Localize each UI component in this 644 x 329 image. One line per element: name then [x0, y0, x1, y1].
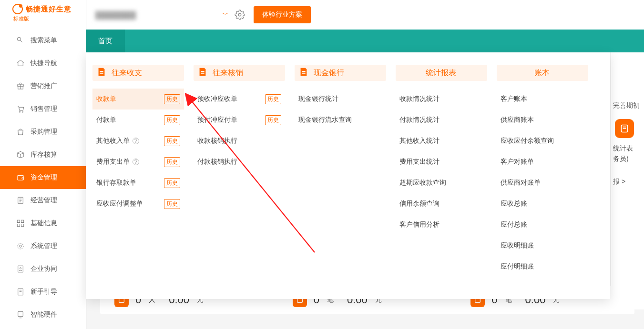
mega-menu-item[interactable]: 预付冲应付单历史 [194, 110, 285, 130]
sidebar-item-gear[interactable]: 系统管理 [0, 235, 86, 258]
sidebar-item-label: 智能硬件 [31, 310, 57, 319]
svg-rect-16 [18, 311, 23, 317]
mega-menu-item[interactable]: 客户对账单 [497, 151, 588, 172]
right-edge-fragment: 完善期初 统计表 务员) 报 > [611, 52, 644, 309]
sidebar-item-gift[interactable]: 营销推广 [0, 75, 86, 98]
history-badge[interactable]: 历史 [164, 199, 180, 209]
history-badge[interactable]: 历史 [164, 178, 180, 188]
svg-rect-9 [17, 224, 20, 227]
svg-point-11 [18, 243, 23, 249]
search-icon [16, 36, 25, 45]
funds-mega-menu: 往来收支收款单历史付款单历史其他收入单?历史费用支出单?历史银行存取款单历史应收… [86, 52, 610, 299]
mega-menu-item[interactable]: 应收应付调整单历史 [92, 193, 184, 214]
sidebar-item-grid[interactable]: 基础信息 [0, 212, 86, 235]
mega-menu-item[interactable]: 银行存取款单历史 [92, 172, 184, 193]
mega-column-header: 往来核销 [194, 65, 285, 81]
doc-icon [96, 67, 107, 79]
sidebar-item-wallet[interactable]: 资金管理 [0, 166, 86, 189]
sidebar-nav: 搜索菜单快捷导航营销推广销售管理采购管理库存核算资金管理经营管理基础信息系统管理… [0, 24, 86, 326]
sidebar-item-label: 销售管理 [31, 105, 57, 113]
doc-icon [197, 67, 208, 79]
svg-point-12 [20, 245, 22, 248]
menu-item-label: 银行存取款单 [96, 179, 136, 187]
sidebar-item-label: 采购管理 [31, 128, 57, 136]
company-selector-masked[interactable]: ████████ [95, 11, 219, 19]
history-badge[interactable]: 历史 [164, 115, 180, 125]
history-badge[interactable]: 历史 [164, 157, 180, 167]
sidebar-item-search[interactable]: 搜索菜单 [0, 29, 86, 52]
menu-item-label: 信用余额查询 [399, 199, 440, 208]
edge-report-icon[interactable] [615, 119, 634, 138]
brand-edition: 标准版 [13, 15, 86, 22]
sidebar-item-label: 库存核算 [31, 150, 57, 159]
brand-logo-icon [12, 4, 23, 14]
mega-menu-item[interactable]: 客户信用分析 [396, 214, 487, 235]
mega-menu-item[interactable]: 信用余额查询 [396, 193, 487, 214]
mega-column-title: 统计报表 [426, 68, 456, 78]
sidebar-item-guide[interactable]: 新手引导 [0, 280, 86, 303]
tab-home[interactable]: 首页 [86, 30, 125, 52]
help-icon[interactable]: ? [133, 159, 139, 165]
sidebar-item-label: 资金管理 [31, 173, 57, 182]
mega-menu-item[interactable]: 付款核销执行 [194, 151, 285, 172]
mega-menu-item[interactable]: 收款单历史 [92, 89, 184, 110]
mega-menu-item[interactable]: 现金银行统计 [295, 89, 386, 110]
mega-menu-item[interactable]: 现金银行流水查询 [295, 110, 386, 130]
mega-column-header: 现金银行 [295, 65, 386, 81]
svg-point-4 [22, 111, 23, 112]
menu-item-label: 付款核销执行 [197, 158, 237, 166]
mega-menu-item[interactable]: 付款单历史 [92, 110, 184, 130]
sidebar-item-home[interactable]: 快捷导航 [0, 52, 86, 75]
brand-block: 畅捷通好生意 标准版 [0, 0, 86, 24]
edge-text: 务员) [613, 153, 644, 164]
history-badge[interactable]: 历史 [164, 136, 180, 146]
history-badge[interactable]: 历史 [265, 115, 281, 125]
svg-point-17 [238, 13, 241, 16]
doc-icon [298, 67, 309, 79]
mega-menu-item[interactable]: 供应商对账单 [497, 172, 588, 193]
sidebar-item-team[interactable]: 企业协同 [0, 258, 86, 280]
mega-menu-item[interactable]: 客户账本 [497, 89, 588, 110]
wallet-icon [16, 173, 25, 182]
experience-plan-button[interactable]: 体验行业方案 [254, 6, 311, 23]
menu-item-label: 费用支出统计 [399, 158, 440, 166]
history-badge[interactable]: 历史 [164, 94, 180, 104]
settings-gear-icon[interactable] [235, 10, 245, 20]
mega-menu-item[interactable]: 其他收入统计 [396, 130, 487, 151]
mega-menu-item[interactable]: 应收明细账 [497, 235, 588, 256]
sidebar-item-cart[interactable]: 销售管理 [0, 98, 86, 120]
home-icon [16, 59, 25, 68]
sidebar-item-label: 基础信息 [31, 219, 57, 228]
mega-menu-item[interactable]: 预收冲应收单历史 [194, 89, 285, 110]
edge-text: 报 > [613, 176, 644, 187]
svg-rect-15 [18, 289, 23, 295]
mega-menu-item[interactable]: 费用支出单?历史 [92, 151, 184, 172]
mega-menu-item[interactable]: 其他收入单?历史 [92, 130, 184, 151]
mega-column: 往来核销预收冲应收单历史预付冲应付单历史收款核销执行付款核销执行 [189, 65, 290, 277]
menu-item-label: 供应商对账单 [501, 179, 541, 187]
mega-menu-item[interactable]: 费用支出统计 [396, 151, 487, 172]
mega-menu-item[interactable]: 收款情况统计 [396, 89, 487, 110]
mega-menu-item[interactable]: 付款情况统计 [396, 110, 487, 130]
menu-item-label: 其他收入单? [96, 137, 139, 145]
sidebar-item-bag[interactable]: 采购管理 [0, 120, 86, 143]
bag-icon [16, 128, 25, 136]
menu-item-label: 收款情况统计 [399, 95, 440, 103]
mega-menu-item[interactable]: 超期应收款查询 [396, 172, 487, 193]
mega-menu-item[interactable]: 供应商账本 [497, 110, 588, 130]
help-icon[interactable]: ? [133, 138, 139, 144]
company-dropdown-chevron-icon[interactable]: ﹀ [222, 10, 229, 19]
doc-icon [16, 196, 25, 205]
mega-column-header: 往来收支 [92, 65, 184, 81]
sidebar-item-doc[interactable]: 经营管理 [0, 189, 86, 212]
mega-menu-item[interactable]: 应付总账 [497, 214, 588, 235]
mega-menu-item[interactable]: 应付明细账 [497, 256, 588, 277]
sidebar-item-box[interactable]: 库存核算 [0, 143, 86, 166]
sidebar-item-device[interactable]: 智能硬件 [0, 303, 86, 326]
mega-menu-item[interactable]: 收款核销执行 [194, 130, 285, 151]
mega-menu-item[interactable]: 应收应付余额查询 [497, 130, 588, 151]
sidebar-item-label: 营销推广 [31, 82, 57, 90]
history-badge[interactable]: 历史 [265, 94, 281, 104]
mega-column-title: 往来收支 [112, 68, 142, 78]
mega-menu-item[interactable]: 应收总账 [497, 193, 588, 214]
